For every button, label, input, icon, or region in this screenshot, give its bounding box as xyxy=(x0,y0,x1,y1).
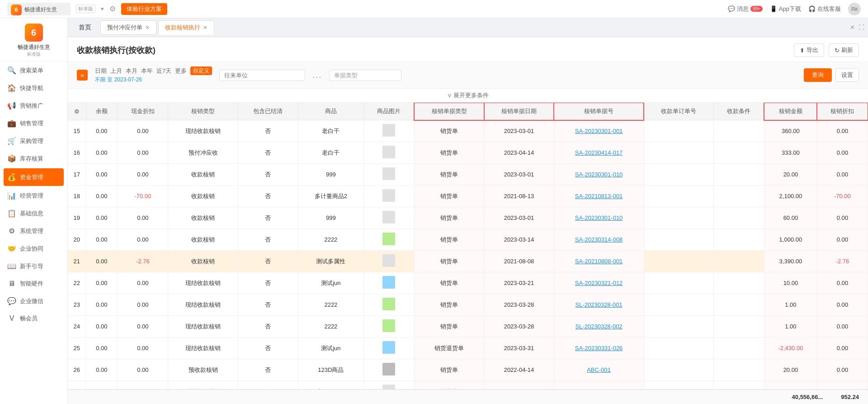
cell-receipt-order xyxy=(644,294,713,316)
col-cash-discount[interactable]: 现金折扣 xyxy=(118,103,168,120)
col-receipt-condition[interactable]: 收款条件 xyxy=(713,103,764,120)
cell-verify-date: 2023-03-01 xyxy=(484,207,554,229)
col-goods-img[interactable]: 商品图片 xyxy=(363,103,414,120)
tab-home[interactable]: 首页 xyxy=(71,20,99,35)
cell-verify-no[interactable]: SA-20230321-012 xyxy=(554,272,644,294)
date-this-month[interactable]: 本月 xyxy=(126,67,137,75)
cell-verify-date: 2023-03-28 xyxy=(484,316,554,337)
sidebar-item-sales[interactable]: 💼 销售管理 xyxy=(0,114,67,132)
cell-verify-type: 预收款核销 xyxy=(168,359,238,381)
sidebar-item-inventory[interactable]: 📦 库存核算 xyxy=(0,150,67,167)
sidebar-label-system: 系统管理 xyxy=(20,227,43,235)
cell-verify-discount: 0.00 xyxy=(817,229,868,251)
sidebar-item-operation[interactable]: 📊 经营管理 xyxy=(0,187,67,204)
tab-prepaid-close[interactable]: ✕ xyxy=(145,24,150,31)
cell-goods: 测试多属性 xyxy=(298,251,363,272)
cell-verify-type: 现结收款核销 xyxy=(168,272,238,294)
col-verify-doc-type[interactable]: 核销单据类型 xyxy=(414,103,484,120)
cell-verify-no[interactable]: SA-20230414-017 xyxy=(554,142,644,164)
cell-verify-amount: 1,000.00 xyxy=(764,229,817,251)
main-content-area: 首页 预付冲应付单 ✕ 收款核销执行 ✕ ✕ ⛶ 收款核销执行(按收款) ⬆ xyxy=(68,18,868,404)
receipt-type-select[interactable]: 单据类型 xyxy=(329,70,401,81)
tab-maximize[interactable]: ⛶ xyxy=(859,24,864,31)
date-this-year[interactable]: 本年 xyxy=(141,67,153,75)
gear-icon[interactable]: ⚙ xyxy=(109,5,116,13)
edition-label: 标准版 xyxy=(76,5,95,13)
sidebar-item-member[interactable]: V 畅会员 xyxy=(0,310,67,327)
cell-receipt-condition xyxy=(713,359,764,381)
from-unit-input[interactable] xyxy=(219,70,305,81)
date-custom[interactable]: 自定义 xyxy=(190,67,212,75)
app-download-btn[interactable]: 📱 App下载 xyxy=(770,5,801,13)
industry-btn[interactable]: 体验行业方案 xyxy=(121,3,167,15)
cell-verify-no[interactable]: SA-20210808-001 xyxy=(554,251,644,272)
tab-prepaid[interactable]: 预付冲应付单 ✕ xyxy=(100,20,156,35)
table-row: 26 0.00 0.00 预收款核销 否 123D商品 销货单 2022-04-… xyxy=(68,359,868,381)
export-button[interactable]: ⬆ 导出 xyxy=(794,43,824,57)
date-last-month[interactable]: 上月 xyxy=(110,67,122,75)
inventory-icon: 📦 xyxy=(7,154,16,163)
sidebar-item-system[interactable]: ⚙ 系统管理 xyxy=(0,222,67,240)
sidebar-item-purchase[interactable]: 🛒 采购管理 xyxy=(0,132,67,150)
filter-expand-btn[interactable]: » xyxy=(77,70,88,81)
sidebar-item-finance[interactable]: 💰 资金管理 xyxy=(4,168,64,186)
cell-receipt-order xyxy=(644,359,713,381)
col-receipt-order[interactable]: 收款单订单号 xyxy=(644,103,713,120)
cell-id: 18 xyxy=(68,185,86,207)
data-table-wrapper[interactable]: ⚙ 余额 现金折扣 核销类型 包含已结清 商品 商品图片 核销单据类型 核销单据… xyxy=(68,103,868,404)
refresh-button[interactable]: ↻ 刷新 xyxy=(829,43,859,57)
setting-button[interactable]: 设置 xyxy=(835,68,859,82)
cell-verify-no[interactable]: SA-20230301-010 xyxy=(554,207,644,229)
col-balance[interactable]: 余额 xyxy=(86,103,118,120)
dropdown-arrow[interactable]: ▾ xyxy=(101,5,104,12)
sidebar-item-guide[interactable]: 📖 新手引导 xyxy=(0,257,67,275)
sidebar-item-basic[interactable]: 📋 基础信息 xyxy=(0,204,67,222)
cell-receipt-condition xyxy=(713,207,764,229)
col-included-cleared[interactable]: 包含已结清 xyxy=(238,103,298,120)
user-avatar[interactable]: Rit xyxy=(848,3,861,15)
sidebar-item-marketing[interactable]: 📢 营销推广 xyxy=(0,97,67,114)
cell-verify-no[interactable]: SL-20230328-001 xyxy=(554,294,644,316)
cell-verify-no[interactable]: SA-20230301-001 xyxy=(554,120,644,142)
cell-verify-discount: -70.00 xyxy=(817,185,868,207)
col-verify-amount[interactable]: 核销金额 xyxy=(764,103,817,120)
cell-verify-no[interactable]: ABC-001 xyxy=(554,359,644,381)
col-verify-date[interactable]: 核销单据日期 xyxy=(484,103,554,120)
cell-verify-no[interactable]: SA-20210813-001 xyxy=(554,185,644,207)
expand-more-bar[interactable]: ∨ 展开更多条件 xyxy=(68,89,868,103)
cell-id: 25 xyxy=(68,337,86,359)
sidebar-item-search[interactable]: 🔍 搜索菜单 xyxy=(0,62,67,79)
tab-collection[interactable]: 收款核销执行 ✕ xyxy=(158,20,214,35)
cell-verify-no[interactable]: SA-20230331-026 xyxy=(554,337,644,359)
cell-verify-no[interactable]: SA-20230314-008 xyxy=(554,229,644,251)
table-row: 18 0.00 -70.00 收款核销 否 多计量商品2 销货单 2021-08… xyxy=(68,185,868,207)
col-verify-discount[interactable]: 核销折扣 xyxy=(817,103,868,120)
sidebar-item-enterprise[interactable]: 🤝 企业协同 xyxy=(0,240,67,257)
cell-verify-amount: 1.00 xyxy=(764,316,817,337)
tab-collection-close[interactable]: ✕ xyxy=(203,24,208,31)
cell-verify-date: 2022-04-14 xyxy=(484,359,554,381)
operation-icon: 📊 xyxy=(7,191,16,200)
message-btn[interactable]: 💬 消息 99+ xyxy=(728,5,763,13)
cell-verify-amount: 2,100.00 xyxy=(764,185,817,207)
query-button[interactable]: 查询 xyxy=(804,68,832,82)
cell-verify-type: 收款核销 xyxy=(168,164,238,185)
table-row: 16 0.00 0.00 预付冲应收 否 老白干 销货单 2023-04-14 … xyxy=(68,142,868,164)
cell-verify-date: 2023-03-31 xyxy=(484,337,554,359)
cell-verify-no[interactable]: SL-20230328-002 xyxy=(554,316,644,337)
date-7days[interactable]: 近7天 xyxy=(156,67,171,75)
sidebar-item-wechat[interactable]: 💬 企业微信 xyxy=(0,292,67,310)
col-verify-no[interactable]: 核销单据号 xyxy=(554,103,644,120)
date-more[interactable]: 更多 xyxy=(175,67,187,75)
sidebar-item-hardware[interactable]: 🖥 智能硬件 xyxy=(0,275,67,292)
tab-close-all[interactable]: ✕ xyxy=(850,24,855,31)
col-goods[interactable]: 商品 xyxy=(298,103,363,120)
cell-verify-amount: 60.00 xyxy=(764,207,817,229)
col-gear[interactable]: ⚙ xyxy=(68,103,86,120)
col-verify-type[interactable]: 核销类型 xyxy=(168,103,238,120)
service-btn[interactable]: 🎧 在线客服 xyxy=(808,5,841,13)
tab-collection-label: 收款核销执行 xyxy=(165,24,200,32)
sidebar-item-quick-nav[interactable]: 🏠 快捷导航 xyxy=(0,79,67,97)
cell-verify-no[interactable]: SA-20230301-010 xyxy=(554,164,644,185)
cell-receipt-order xyxy=(644,316,713,337)
